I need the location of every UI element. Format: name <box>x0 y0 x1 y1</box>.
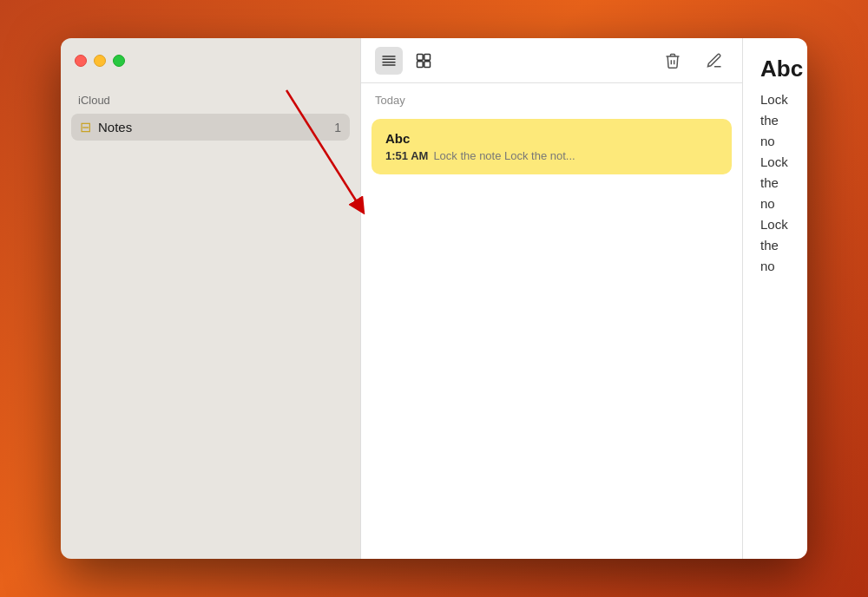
close-button[interactable] <box>75 55 87 67</box>
grid-view-icon <box>415 52 432 69</box>
svg-rect-7 <box>424 61 431 67</box>
note-card-time: 1:51 AM <box>385 149 428 162</box>
minimize-button[interactable] <box>94 55 106 67</box>
toolbar-left <box>375 47 437 75</box>
detail-body-line-1: Lock the no <box>760 89 790 152</box>
sidebar-item-count: 1 <box>334 121 341 134</box>
section-header-today: Today <box>361 83 742 112</box>
detail-body-line-3: Lock the no <box>760 214 790 277</box>
toolbar-right <box>659 47 728 75</box>
maximize-button[interactable] <box>113 55 125 67</box>
detail-panel: Abc Lock the no Lock the no Lock the no <box>742 38 807 559</box>
compose-button[interactable] <box>700 47 728 75</box>
sidebar-item-notes[interactable]: ⊟ Notes 1 <box>71 114 350 141</box>
svg-rect-4 <box>418 54 424 60</box>
sidebar-item-label: Notes <box>98 120 327 134</box>
grid-view-button[interactable] <box>410 47 437 75</box>
traffic-lights <box>75 55 125 67</box>
detail-body-line-2: Lock the no <box>760 152 790 214</box>
note-card-title: Abc <box>385 131 718 146</box>
sidebar-titlebar <box>61 38 360 83</box>
svg-rect-6 <box>418 61 424 67</box>
compose-icon <box>706 52 723 69</box>
detail-body: Lock the no Lock the no Lock the no <box>760 89 790 277</box>
delete-button[interactable] <box>659 47 687 75</box>
list-toolbar <box>361 38 742 83</box>
list-view-icon <box>380 52 398 69</box>
icloud-label: iCloud <box>71 90 350 114</box>
sidebar: iCloud ⊟ Notes 1 <box>61 38 360 559</box>
note-card-meta: 1:51 AMLock the note Lock the not... <box>385 149 718 162</box>
list-view-button[interactable] <box>375 47 403 75</box>
note-list: Abc 1:51 AMLock the note Lock the not... <box>361 112 742 559</box>
list-panel: Today Abc 1:51 AMLock the note Lock the … <box>360 38 742 559</box>
sidebar-content: iCloud ⊟ Notes 1 <box>61 83 360 559</box>
note-card[interactable]: Abc 1:51 AMLock the note Lock the not... <box>372 119 732 174</box>
svg-rect-5 <box>424 54 431 60</box>
detail-title: Abc <box>760 56 790 82</box>
note-card-preview: Lock the note Lock the not... <box>433 149 575 162</box>
folder-icon: ⊟ <box>80 119 91 135</box>
app-window: iCloud ⊟ Notes 1 <box>61 38 807 559</box>
trash-icon <box>664 52 681 69</box>
